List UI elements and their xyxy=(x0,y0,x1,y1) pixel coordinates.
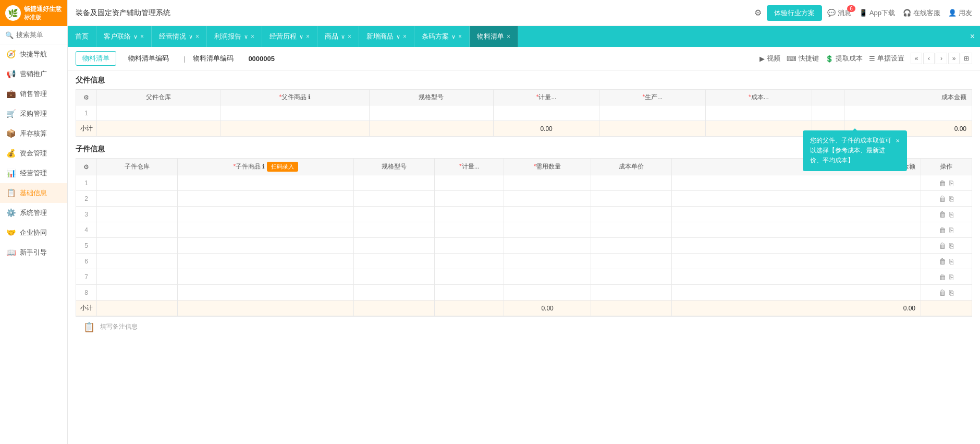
nav-tab-8[interactable]: 物料清单× xyxy=(470,26,518,47)
nav-tab-close-1[interactable]: × xyxy=(140,33,144,40)
child-copy-icon-5[interactable]: ⎘ xyxy=(949,242,953,250)
nav-tab-5[interactable]: 商品∨× xyxy=(317,26,359,47)
child-td-qty-2[interactable] xyxy=(504,191,591,207)
nav-tab-close-2[interactable]: × xyxy=(195,33,199,40)
toolbar-shortcut[interactable]: ⌨ 快捷键 xyxy=(787,54,819,63)
nav-tab-0[interactable]: 首页 xyxy=(68,26,96,47)
child-td-spec-2[interactable] xyxy=(354,191,435,207)
child-td-unit-3[interactable] xyxy=(435,207,504,222)
nav-tab-close-4[interactable]: × xyxy=(306,33,310,40)
online-service-action[interactable]: 🎧 在线客服 xyxy=(903,8,940,18)
child-td-warehouse-6[interactable] xyxy=(97,254,178,269)
sidebar-item-marketing[interactable]: 📢营销推广 xyxy=(0,64,67,84)
child-td-unit-5[interactable] xyxy=(435,238,504,254)
parent-td-warehouse[interactable] xyxy=(97,105,221,121)
child-td-unit-2[interactable] xyxy=(435,191,504,207)
toolbar-video[interactable]: ▶ 视频 xyxy=(760,54,780,63)
child-td-qty-1[interactable] xyxy=(504,175,591,191)
toolbar-tab-bom[interactable]: 物料清单 xyxy=(76,51,116,66)
sidebar-item-purchase[interactable]: 🛒采购管理 xyxy=(0,104,67,124)
scan-btn[interactable]: 扫码录入 xyxy=(267,162,298,172)
parent-td-spec[interactable] xyxy=(370,105,494,121)
child-delete-icon-3[interactable]: 🗑 xyxy=(939,210,946,219)
nav-tab-1[interactable]: 客户联络∨× xyxy=(96,26,152,47)
parent-td-produce[interactable] xyxy=(599,105,706,121)
child-td-unit-6[interactable] xyxy=(435,254,504,269)
child-copy-icon-6[interactable]: ⎘ xyxy=(949,257,953,266)
parent-td-product[interactable] xyxy=(220,105,369,121)
child-td-warehouse-2[interactable] xyxy=(97,191,178,207)
child-td-unit-cost-6[interactable] xyxy=(591,254,671,269)
arrow-prev-prev[interactable]: « xyxy=(911,53,922,64)
child-td-unit-cost-4[interactable] xyxy=(591,222,671,238)
child-td-warehouse-1[interactable] xyxy=(97,175,178,191)
child-td-warehouse-3[interactable] xyxy=(97,207,178,222)
child-td-warehouse-5[interactable] xyxy=(97,238,178,254)
child-copy-icon-1[interactable]: ⎘ xyxy=(949,179,953,187)
child-delete-icon-8[interactable]: 🗑 xyxy=(939,289,946,297)
try-button[interactable]: 体验行业方案 xyxy=(767,5,822,21)
nav-tab-4[interactable]: 经营历程∨× xyxy=(262,26,317,47)
parent-td-unit[interactable] xyxy=(493,105,599,121)
child-td-qty-6[interactable] xyxy=(504,254,591,269)
child-delete-icon-2[interactable]: 🗑 xyxy=(939,195,946,203)
note-placeholder[interactable]: 填写备注信息 xyxy=(100,322,138,331)
child-delete-icon-6[interactable]: 🗑 xyxy=(939,257,946,266)
child-td-qty-4[interactable] xyxy=(504,222,591,238)
parent-th-settings[interactable]: ⚙ xyxy=(76,90,97,105)
nav-close-all[interactable]: × xyxy=(965,32,980,41)
child-td-qty-7[interactable] xyxy=(504,269,591,285)
app-download-action[interactable]: 📱 App下载 xyxy=(859,8,895,18)
nav-tab-close-8[interactable]: × xyxy=(507,33,510,40)
child-td-unit-4[interactable] xyxy=(435,222,504,238)
user-action[interactable]: 👤 用友 xyxy=(948,8,972,18)
tooltip-close-btn[interactable]: × xyxy=(896,136,900,147)
child-delete-icon-1[interactable]: 🗑 xyxy=(939,179,946,187)
child-td-product-7[interactable] xyxy=(178,269,354,285)
child-th-settings[interactable]: ⚙ xyxy=(76,159,97,175)
child-copy-icon-4[interactable]: ⎘ xyxy=(949,226,953,234)
child-td-product-2[interactable] xyxy=(178,191,354,207)
child-td-spec-8[interactable] xyxy=(354,285,435,301)
toolbar-doc-settings[interactable]: ☰ 单据设置 xyxy=(869,54,904,63)
message-action[interactable]: 💬 消息 6 xyxy=(827,8,851,18)
nav-tab-6[interactable]: 新增商品∨× xyxy=(359,26,414,47)
child-td-spec-1[interactable] xyxy=(354,175,435,191)
child-td-unit-cost-3[interactable] xyxy=(591,207,671,222)
sidebar-item-quick-nav[interactable]: 🧭快捷导航 xyxy=(0,44,67,64)
arrow-prev[interactable]: ‹ xyxy=(923,53,935,64)
child-delete-icon-5[interactable]: 🗑 xyxy=(939,242,946,250)
child-td-unit-cost-1[interactable] xyxy=(591,175,671,191)
child-td-spec-3[interactable] xyxy=(354,207,435,222)
gear-icon[interactable]: ⚙ xyxy=(754,8,762,18)
child-td-product-8[interactable] xyxy=(178,285,354,301)
child-copy-icon-3[interactable]: ⎘ xyxy=(949,210,953,219)
child-td-unit-7[interactable] xyxy=(435,269,504,285)
child-td-product-1[interactable] xyxy=(178,175,354,191)
child-td-qty-5[interactable] xyxy=(504,238,591,254)
grid-view[interactable]: ⊞ xyxy=(961,53,972,64)
child-copy-icon-7[interactable]: ⎘ xyxy=(949,273,953,281)
child-td-product-4[interactable] xyxy=(178,222,354,238)
child-td-warehouse-4[interactable] xyxy=(97,222,178,238)
sidebar-item-guide[interactable]: 📖新手引导 xyxy=(0,243,67,262)
nav-tab-close-7[interactable]: × xyxy=(458,33,462,40)
nav-tab-close-6[interactable]: × xyxy=(403,33,407,40)
child-td-spec-6[interactable] xyxy=(354,254,435,269)
child-td-unit-cost-2[interactable] xyxy=(591,191,671,207)
parent-td-cost[interactable] xyxy=(706,105,812,121)
child-td-warehouse-7[interactable] xyxy=(97,269,178,285)
toolbar-tab-code[interactable]: 物料清单编码 xyxy=(121,51,176,66)
toolbar-extract-cost[interactable]: 💲 提取成本 xyxy=(825,54,863,63)
sidebar-search[interactable]: 🔍 搜索菜单 xyxy=(0,26,67,44)
sidebar-item-system[interactable]: ⚙️系统管理 xyxy=(0,203,67,223)
child-td-spec-7[interactable] xyxy=(354,269,435,285)
child-td-unit-1[interactable] xyxy=(435,175,504,191)
child-td-qty-3[interactable] xyxy=(504,207,591,222)
child-copy-icon-8[interactable]: ⎘ xyxy=(949,289,953,297)
arrow-next-next[interactable]: » xyxy=(948,53,960,64)
child-copy-icon-2[interactable]: ⎘ xyxy=(949,195,953,203)
child-delete-icon-4[interactable]: 🗑 xyxy=(939,226,946,234)
child-td-unit-cost-8[interactable] xyxy=(591,285,671,301)
child-td-product-5[interactable] xyxy=(178,238,354,254)
